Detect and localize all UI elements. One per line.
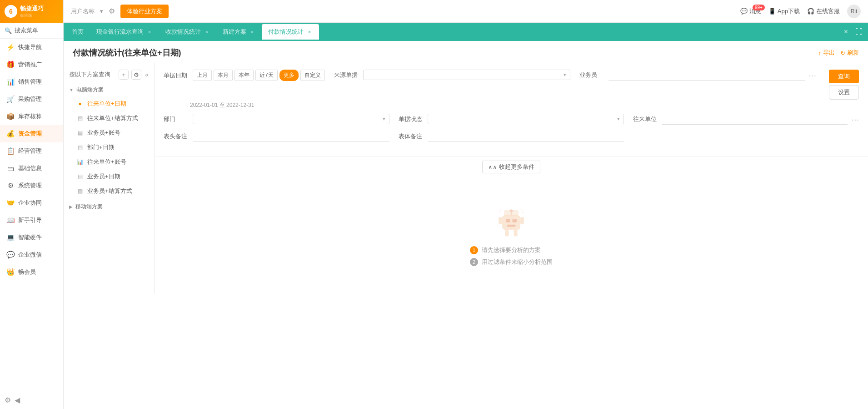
online-service-btn[interactable]: 🎧 在线客服 [807, 7, 840, 15]
sidebar-item-quick-nav[interactable]: ⚡ 快捷导航 [0, 39, 63, 56]
sidebar-item-enterprise[interactable]: 🤝 企业协同 [0, 194, 63, 212]
filter-doc-status: 单据状态 ▾ [399, 114, 624, 124]
tab-payment-stats-close[interactable]: × [306, 29, 313, 35]
scheme-item-staff-account[interactable]: ▤ 业务员+账号 [64, 126, 154, 140]
tab-home[interactable]: 首页 [65, 24, 90, 40]
filter-row-2: 部门 ▾ 单据状态 ▾ [164, 114, 859, 125]
sidebar-item-guide[interactable]: 📖 新手引导 [0, 212, 63, 229]
collapse-conditions-btn[interactable]: ∧∧ 收起更多条件 [482, 161, 540, 173]
sidebar-item-vip[interactable]: 👑 畅会员 [0, 263, 63, 281]
filter-row-3: 表头备注 表体备注 [164, 131, 859, 142]
tab-bank-flow[interactable]: 现金银行流水查询 × [90, 24, 159, 40]
body-note-input[interactable] [428, 131, 624, 142]
dept-select[interactable]: ▾ [193, 114, 389, 124]
date-btn-this-month[interactable]: 本月 [214, 70, 233, 81]
notification-btn[interactable]: 💬 消息 99+ [740, 7, 761, 15]
date-btn-last-month[interactable]: 上月 [193, 70, 212, 81]
scheme-item-partner-settle[interactable]: ▤ 往来单位+结算方式 [64, 111, 154, 126]
collapse-icon: ∧∧ [488, 164, 497, 171]
tab-new-plan[interactable]: 新建方案 × [216, 24, 262, 40]
page-title: 付款情况统计(往来单位+日期) [73, 47, 181, 58]
refresh-btn[interactable]: ↻ 刷新 [840, 49, 859, 57]
source-label: 来源单据 [334, 71, 359, 79]
scheme-item-label: 往来单位+结算方式 [87, 114, 138, 122]
avatar[interactable]: Rit [847, 5, 861, 18]
svg-point-11 [499, 211, 500, 212]
scheme-group-mobile-title[interactable]: ▶ 移动端方案 [64, 200, 154, 213]
tab-bank-flow-close[interactable]: × [146, 29, 153, 35]
svg-rect-7 [514, 230, 518, 236]
date-btn-more[interactable]: 更多 [279, 70, 299, 81]
search-icon: 🔍 [5, 27, 12, 34]
sidebar-item-sales[interactable]: 📊 销售管理 [0, 73, 63, 91]
scheme-add-btn[interactable]: + [119, 70, 129, 80]
scheme-settings-btn[interactable]: ⚙ [131, 70, 141, 80]
scheme-item-partner-date[interactable]: ● 往来单位+日期 [64, 96, 154, 111]
tab-payment-stats[interactable]: 付款情况统计 × [262, 24, 319, 40]
scheme-item-label: 业务员+结算方式 [87, 187, 132, 195]
scheme-collapse-btn[interactable]: « [145, 71, 149, 78]
doc-status-label: 单据状态 [399, 115, 424, 123]
sidebar-item-hardware[interactable]: 💻 智能硬件 [0, 229, 63, 246]
topbar-arrow-icon[interactable]: ▾ [100, 8, 103, 15]
hardware-icon: 💻 [6, 233, 15, 242]
inventory-icon: 📦 [6, 112, 15, 121]
filter-area: 单据日期 上月 本月 本年 近7天 更多 自定义 [155, 63, 868, 155]
sidebar-item-label: 企业协同 [18, 199, 42, 207]
sidebar-item-inventory[interactable]: 📦 库存核算 [0, 108, 63, 125]
tab-expand-btn[interactable]: ⛶ [852, 26, 866, 38]
scheme-item-partner-account[interactable]: 📊 往来单位+账号 [64, 155, 154, 169]
svg-rect-3 [507, 225, 515, 227]
search-menu[interactable]: 🔍 搜索菜单 [0, 23, 63, 39]
date-btn-last-7[interactable]: 近7天 [255, 70, 278, 81]
sidebar-item-label: 畅会员 [18, 268, 36, 276]
sidebar-item-marketing[interactable]: 🎁 营销推广 [0, 56, 63, 73]
scheme-item-staff-settle[interactable]: ▤ 业务员+结算方式 [64, 184, 154, 198]
tab-close-all-btn[interactable]: × [840, 26, 852, 38]
page-header: 付款情况统计(往来单位+日期) ↑ 导出 ↻ 刷新 [64, 41, 868, 63]
purchase-icon: 🛒 [6, 95, 15, 103]
trial-btn[interactable]: 体验行业方案 [120, 5, 169, 18]
svg-rect-1 [506, 219, 510, 222]
topbar-gear-icon[interactable]: ⚙ [109, 7, 115, 15]
sidebar-item-label: 智能硬件 [18, 233, 42, 242]
sidebar-item-base-info[interactable]: 🗃 基础信息 [0, 160, 63, 177]
footer-collapse-btn[interactable]: ◀ [15, 396, 20, 404]
sidebar-item-purchase[interactable]: 🛒 采购管理 [0, 91, 63, 108]
source-select[interactable]: ▾ [363, 70, 571, 80]
dept-date-icon: ▤ [76, 144, 84, 151]
date-btn-custom[interactable]: 自定义 [300, 70, 325, 81]
tab-new-plan-close[interactable]: × [249, 29, 255, 35]
scheme-item-label: 业务员+日期 [87, 172, 120, 181]
body-note-label: 表体备注 [399, 132, 424, 141]
header-note-input[interactable] [193, 131, 389, 142]
tab-receipt-stats-close[interactable]: × [204, 29, 210, 35]
sidebar-item-sys-admin[interactable]: ⚙ 系统管理 [0, 177, 63, 194]
staff-more-icon[interactable]: ··· [808, 70, 816, 81]
notification-badge: 99+ [753, 5, 765, 10]
export-btn[interactable]: ↑ 导出 [818, 49, 835, 57]
staff-input[interactable] [609, 70, 805, 81]
filter-body-note: 表体备注 [399, 131, 624, 142]
partner-more-icon[interactable]: ··· [851, 114, 859, 125]
sidebar-item-wechat[interactable]: 💬 企业微信 [0, 246, 63, 263]
scheme-item-staff-date[interactable]: ▤ 业务员+日期 [64, 169, 154, 184]
sidebar-item-operation[interactable]: 📋 经营管理 [0, 142, 63, 160]
svg-rect-5 [520, 217, 524, 224]
date-btn-this-year[interactable]: 本年 [234, 70, 254, 81]
scheme-item-dept-date[interactable]: ▤ 部门+日期 [64, 140, 154, 155]
doc-status-select[interactable]: ▾ [428, 114, 624, 124]
scheme-group-desktop-title[interactable]: ▼ 电脑端方案 [64, 83, 154, 96]
svg-point-9 [510, 209, 513, 212]
settings-btn[interactable]: 设置 [829, 85, 859, 100]
partner-input[interactable] [662, 114, 848, 125]
sidebar-item-label: 系统管理 [18, 182, 42, 190]
sales-icon: 📊 [6, 78, 15, 86]
footer-settings-btn[interactable]: ⚙ [5, 396, 11, 404]
sidebar-item-finance[interactable]: 💰 资金管理 [0, 125, 63, 142]
app-download-btn[interactable]: 📱 App下载 [768, 7, 800, 15]
filter-source: 来源单据 ▾ [334, 70, 571, 80]
query-btn[interactable]: 查询 [829, 70, 859, 83]
tab-receipt-stats[interactable]: 收款情况统计 × [159, 24, 216, 40]
desktop-arrow-icon: ▼ [69, 87, 74, 92]
